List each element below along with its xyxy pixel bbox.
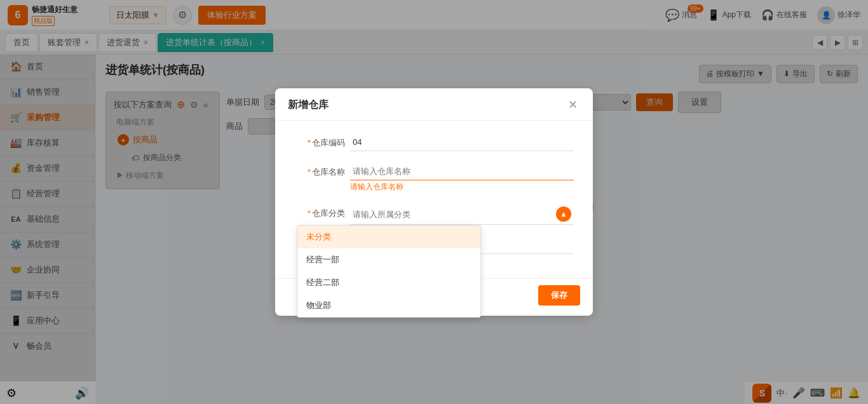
classify-arrow-btn[interactable]: ▲ — [556, 206, 571, 222]
warehouse-name-row: 仓库名称 请输入仓库名称 — [294, 163, 574, 192]
classify-input-row: ▲ — [350, 204, 574, 225]
new-warehouse-modal: 新增仓库 ✕ 仓库编码 仓库名称 请输入仓库名称 仓库分类 — [275, 88, 593, 316]
classify-input[interactable] — [353, 208, 556, 220]
warehouse-name-error: 请输入仓库名称 — [350, 182, 574, 192]
dropdown-item-0[interactable]: 未分类 — [297, 226, 480, 248]
warehouse-code-row: 仓库编码 — [294, 133, 574, 151]
save-button[interactable]: 保存 — [538, 285, 580, 306]
dropdown-item-3[interactable]: 物业部 — [297, 294, 480, 317]
warehouse-code-label: 仓库编码 — [294, 133, 345, 149]
classify-dropdown: 未分类 经营一部 经营二部 物业部 — [297, 225, 481, 318]
modal-close-btn[interactable]: ✕ — [565, 97, 580, 112]
warehouse-classify-row: 仓库分类 ▲ 未分类 经营一部 经营二部 物业部 — [294, 204, 574, 225]
warehouse-code-field — [350, 133, 574, 151]
warehouse-name-field: 请输入仓库名称 — [350, 163, 574, 192]
warehouse-code-input[interactable] — [350, 133, 574, 151]
modal-body: 仓库编码 仓库名称 请输入仓库名称 仓库分类 ▲ — [275, 121, 593, 278]
dropdown-item-2[interactable]: 经营二部 — [297, 271, 480, 294]
modal-title: 新增仓库 — [288, 98, 329, 112]
warehouse-name-input[interactable] — [350, 163, 574, 180]
modal-overlay: 新增仓库 ✕ 仓库编码 仓库名称 请输入仓库名称 仓库分类 — [0, 0, 868, 404]
warehouse-classify-label: 仓库分类 — [294, 204, 345, 219]
warehouse-name-label: 仓库名称 — [294, 163, 345, 178]
classify-wrapper: ▲ 未分类 经营一部 经营二部 物业部 — [350, 204, 574, 225]
dropdown-item-1[interactable]: 经营一部 — [297, 248, 480, 271]
modal-header: 新增仓库 ✕ — [275, 88, 593, 121]
